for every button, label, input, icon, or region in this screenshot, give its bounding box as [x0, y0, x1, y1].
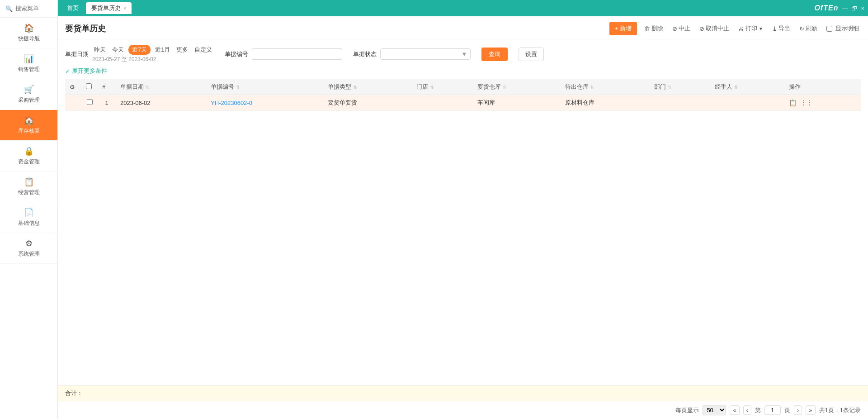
- next-page-button[interactable]: ›: [794, 405, 802, 415]
- sort-date-icon[interactable]: ⇅: [146, 85, 149, 90]
- shortcut-custom[interactable]: 自定义: [193, 45, 214, 55]
- th-doc-no[interactable]: 单据编号 ⇅: [206, 79, 323, 95]
- export-button[interactable]: ⤓ 导出: [770, 24, 792, 33]
- export-icon: ⤓: [772, 25, 777, 32]
- more-icon[interactable]: ⋮⋮: [800, 99, 813, 106]
- sort-pending-warehouse-icon[interactable]: ⇅: [590, 85, 594, 90]
- tab-active[interactable]: 要货单历史 ×: [86, 2, 132, 14]
- sidebar-search[interactable]: 🔍 搜索菜单: [0, 0, 57, 18]
- sidebar-item-label-finance: 资金管理: [18, 158, 40, 166]
- query-button[interactable]: 查询: [481, 48, 508, 61]
- sidebar-item-purchase[interactable]: 🛒 采购管理: [0, 79, 57, 110]
- refresh-label: 刷新: [806, 24, 817, 33]
- shortcut-1month[interactable]: 近1月: [153, 45, 172, 55]
- cancel-stop-icon: ⊘: [699, 25, 704, 32]
- th-date-label: 单据日期: [120, 83, 144, 91]
- sort-store-icon[interactable]: ⇅: [430, 85, 434, 90]
- delete-button[interactable]: 🗑 删除: [642, 24, 665, 33]
- sidebar-item-basic[interactable]: 📄 基础信息: [0, 202, 57, 233]
- row-pending-warehouse: 原材料仓库: [561, 95, 650, 111]
- th-action: 操作: [784, 79, 861, 95]
- sidebar-item-label-quick-nav: 快捷导航: [18, 35, 40, 43]
- sidebar-item-sales[interactable]: 📊 销售管理: [0, 48, 57, 79]
- prev-page-button[interactable]: ‹: [743, 405, 751, 415]
- cancel-stop-button[interactable]: ⊘ 取消中止: [698, 24, 731, 33]
- th-pending-warehouse[interactable]: 待出仓库 ⇅: [561, 79, 650, 95]
- sidebar-item-label-inventory: 库存核算: [18, 127, 40, 135]
- sidebar-item-finance[interactable]: 🔒 资金管理: [0, 141, 57, 171]
- sort-department-icon[interactable]: ⇅: [668, 85, 671, 90]
- sidebar-item-quick-nav[interactable]: 🏠 快捷导航: [0, 18, 57, 48]
- th-handler[interactable]: 经手人 ⇅: [710, 79, 784, 95]
- sort-doc-type-icon[interactable]: ⇅: [353, 85, 357, 90]
- sidebar-item-inventory[interactable]: 🏠 库存核算: [0, 110, 57, 141]
- th-date[interactable]: 单据日期 ⇅: [116, 79, 206, 95]
- sort-handler-icon[interactable]: ⇅: [734, 85, 738, 90]
- select-all-checkbox[interactable]: [86, 83, 92, 89]
- expand-more-btn[interactable]: ✓ 展开更多条件: [65, 67, 861, 75]
- settings-button[interactable]: 设置: [519, 48, 544, 61]
- tab-home[interactable]: 首页: [61, 2, 84, 14]
- page-number-input[interactable]: [764, 405, 781, 415]
- table-header: ⚙ # 单据日期 ⇅ 单据编号: [65, 79, 861, 95]
- cancel-stop-label: 取消中止: [706, 24, 729, 33]
- first-page-button[interactable]: «: [730, 405, 739, 415]
- th-req-warehouse[interactable]: 要货仓库 ⇅: [473, 79, 561, 95]
- window-restore-icon[interactable]: 🗗: [851, 5, 857, 12]
- doc-no-input[interactable]: [252, 48, 342, 60]
- clipboard-icon: 📋: [24, 177, 34, 187]
- action-icons: 📋 ⋮⋮: [789, 99, 856, 106]
- shortcut-7days[interactable]: 近7天: [128, 45, 151, 55]
- add-button[interactable]: + 新增: [609, 22, 637, 35]
- row-doc-type: 要货单要货: [323, 95, 412, 111]
- last-page-button[interactable]: »: [806, 405, 815, 415]
- row-settings: [65, 95, 81, 111]
- expand-more-label: 展开更多条件: [72, 67, 107, 75]
- show-detail-toggle[interactable]: 显示明细: [825, 24, 861, 33]
- doc-icon: 📄: [24, 208, 34, 218]
- window-close-icon[interactable]: ×: [861, 5, 864, 12]
- export-label: 导出: [778, 24, 790, 33]
- sidebar-item-operation[interactable]: 📋 经营管理: [0, 171, 57, 202]
- table-footer: 合计：: [58, 385, 868, 401]
- table-row: 1 2023-06-02 YH-20230602-0 要货单要货 车间库 原材料…: [65, 95, 861, 111]
- sidebar: 🔍 搜索菜单 🏠 快捷导航 📊 销售管理 🛒 采购管理 🏠 库存核算 🔒 资金管…: [0, 0, 58, 419]
- th-pending-warehouse-label: 待出仓库: [565, 83, 589, 91]
- delete-label: 删除: [651, 24, 663, 33]
- tab-close-icon[interactable]: ×: [123, 5, 126, 11]
- chevron-expand-icon: ✓: [65, 68, 70, 75]
- th-settings[interactable]: ⚙: [65, 79, 81, 95]
- sort-req-warehouse-icon[interactable]: ⇅: [503, 85, 506, 90]
- row-doc-no-link[interactable]: YH-20230602-0: [211, 100, 252, 106]
- filter-row: 单据日期 昨天 今天 近7天 近1月 更多 自定义 2023-05-27 至 2…: [65, 45, 861, 63]
- th-store[interactable]: 门店 ⇅: [412, 79, 472, 95]
- th-checkbox: [81, 79, 98, 95]
- date-shortcuts: 昨天 今天 近7天 近1月 更多 自定义 2023-05-27 至 2023-0…: [92, 45, 214, 63]
- th-doc-type[interactable]: 单据类型 ⇅: [323, 79, 412, 95]
- shortcut-today[interactable]: 今天: [110, 45, 126, 55]
- show-detail-checkbox[interactable]: [826, 26, 832, 32]
- row-checkbox-cell[interactable]: [81, 95, 98, 111]
- table-body: 1 2023-06-02 YH-20230602-0 要货单要货 车间库 原材料…: [65, 95, 861, 111]
- sort-doc-no-icon[interactable]: ⇅: [236, 85, 240, 90]
- shortcut-more[interactable]: 更多: [175, 45, 190, 55]
- stop-button[interactable]: ⊘ 中止: [670, 24, 692, 33]
- row-checkbox[interactable]: [87, 99, 93, 105]
- per-page-select[interactable]: 50 100 200: [703, 405, 726, 415]
- row-store: [412, 95, 472, 111]
- show-detail-label: 显示明细: [835, 24, 859, 33]
- gear-icon: ⚙: [25, 238, 33, 248]
- status-select[interactable]: [380, 48, 471, 60]
- edit-icon[interactable]: 📋: [789, 99, 797, 106]
- window-minimize-icon[interactable]: —: [842, 5, 848, 12]
- print-icon: 🖨: [738, 25, 744, 32]
- sidebar-item-system[interactable]: ⚙ 系统管理: [0, 233, 57, 264]
- page-word: 第: [755, 406, 761, 414]
- refresh-button[interactable]: ↻ 刷新: [797, 24, 819, 33]
- print-button[interactable]: 🖨 打印 ▼: [736, 24, 765, 33]
- print-label: 打印: [745, 24, 757, 33]
- shortcut-yesterday[interactable]: 昨天: [92, 45, 108, 55]
- sidebar-item-label-system: 系统管理: [18, 250, 40, 258]
- stop-label: 中止: [679, 24, 690, 33]
- th-department[interactable]: 部门 ⇅: [650, 79, 710, 95]
